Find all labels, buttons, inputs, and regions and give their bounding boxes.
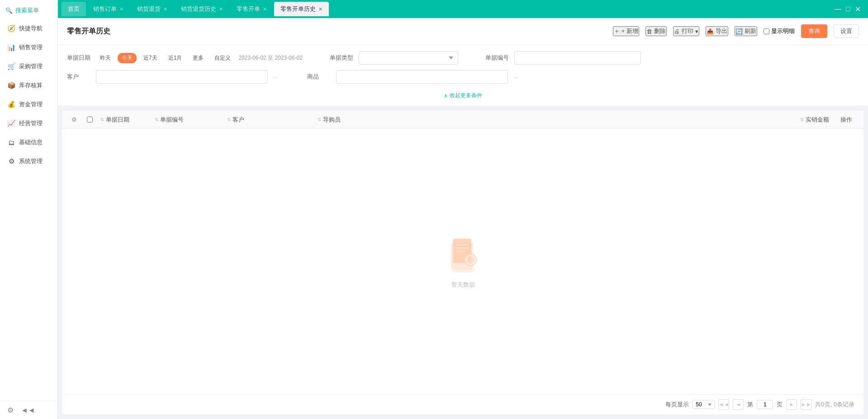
- settings-button[interactable]: 设置: [834, 24, 859, 38]
- sidebar-item-label: 系统管理: [19, 157, 43, 165]
- date-btn-custom[interactable]: 自定义: [210, 53, 235, 63]
- th-guide: ⇅ 导购员: [314, 116, 368, 124]
- select-all-checkbox[interactable]: [87, 117, 93, 122]
- tab-retail-history-close[interactable]: ✕: [318, 6, 323, 12]
- date-field: 单据日期 昨天 今天 近7天 近1月 更多 自定义 2023-06-02 至 2…: [67, 53, 303, 63]
- display-checkbox-input[interactable]: [764, 28, 769, 34]
- add-button[interactable]: ＋ + 新增: [613, 26, 639, 36]
- tab-sales-return[interactable]: 销货退货 ✕: [131, 2, 174, 16]
- page-text: 第: [747, 400, 753, 409]
- tab-sales-return-close[interactable]: ✕: [163, 6, 167, 12]
- tab-retail-history[interactable]: 零售开单历史 ✕: [274, 2, 329, 16]
- trending-icon: 📈: [7, 119, 15, 127]
- print-icon: 🖨: [674, 28, 680, 35]
- sort-icon-date[interactable]: ⇅: [100, 117, 104, 122]
- table-area: ⚙ ⇅ 单据日期 ⇅ 单据编号 ⇅ 客户 ⇅ 导购员: [62, 111, 863, 414]
- table-select-all[interactable]: [82, 117, 97, 122]
- money-icon: 💰: [7, 100, 15, 108]
- sidebar-item-base-info[interactable]: 🗂 基础信息: [0, 133, 57, 152]
- sidebar-nav: 🧭 快捷导航 📊 销售管理 🛒 采购管理 📦 库存核算 💰 资金管理 📈 经营管…: [0, 19, 57, 401]
- add-label: + 新增: [621, 27, 638, 35]
- search-icon: 🔍: [5, 7, 13, 14]
- per-page-label: 每页显示: [665, 400, 689, 409]
- sidebar-collapse-btn[interactable]: ◄◄: [21, 406, 35, 414]
- th-date: ⇅ 单据日期: [97, 116, 151, 124]
- sidebar-item-label: 资金管理: [19, 100, 43, 108]
- tab-sales-return-history-label: 销货退货历史: [181, 5, 216, 13]
- goods-dots[interactable]: ···: [512, 72, 520, 82]
- query-button[interactable]: 查询: [801, 24, 827, 38]
- sidebar-item-label: 销售管理: [19, 43, 43, 52]
- prev-page-btn[interactable]: ◄: [733, 399, 744, 410]
- sidebar-item-sales-mgmt[interactable]: 📊 销售管理: [0, 38, 57, 57]
- refresh-button[interactable]: 🔄 刷新: [735, 26, 757, 36]
- tab-retail-open[interactable]: 零售开单 ✕: [230, 2, 273, 16]
- number-field: 单据编号: [485, 51, 641, 65]
- chart-icon: 📊: [7, 43, 15, 52]
- print-label: 打印: [682, 27, 693, 35]
- delete-button[interactable]: 🗑 删除: [645, 26, 667, 36]
- sidebar-item-operations[interactable]: 📈 经营管理: [0, 114, 57, 133]
- folder-icon: 🗂: [7, 139, 15, 146]
- th-number-label: 单据编号: [160, 116, 184, 124]
- tab-retail-open-label: 零售开单: [237, 5, 260, 13]
- date-btn-more[interactable]: 更多: [189, 53, 208, 63]
- customer-input[interactable]: [96, 70, 268, 84]
- export-icon: 📤: [707, 28, 714, 35]
- collapse-row[interactable]: ∧ 收起更多条件: [67, 89, 859, 99]
- sort-icon-amount[interactable]: ⇅: [800, 117, 804, 122]
- per-page-select[interactable]: 50 10 20 100: [693, 400, 715, 409]
- page-input[interactable]: [757, 400, 773, 409]
- type-field: 单据类型: [330, 51, 458, 65]
- sidebar-item-inventory[interactable]: 📦 库存核算: [0, 76, 57, 95]
- window-controls: — □ ✕: [834, 5, 864, 14]
- th-amount: ⇅ 实销金额: [778, 116, 833, 124]
- sort-icon-customer[interactable]: ⇅: [227, 117, 231, 122]
- next-page-btn[interactable]: ►: [786, 399, 797, 410]
- last-page-btn[interactable]: ►►: [801, 399, 811, 410]
- tab-retail-open-close[interactable]: ✕: [263, 6, 267, 12]
- sidebar-settings-btn[interactable]: ⚙: [7, 406, 14, 414]
- print-button[interactable]: 🖨 打印 ▾: [673, 26, 699, 36]
- date-btn-yesterday[interactable]: 昨天: [96, 53, 115, 63]
- tab-sales-return-label: 销货退货: [137, 5, 161, 13]
- sidebar-item-label: 经营管理: [19, 119, 43, 127]
- sidebar-item-system-mgmt[interactable]: ⚙ 系统管理: [0, 152, 57, 171]
- goods-input[interactable]: [336, 70, 508, 84]
- close-btn[interactable]: ✕: [855, 5, 861, 14]
- tab-home[interactable]: 首页: [62, 2, 86, 16]
- sort-icon-number[interactable]: ⇅: [155, 117, 158, 122]
- number-input[interactable]: [514, 51, 641, 65]
- maximize-btn[interactable]: □: [846, 5, 850, 13]
- th-action: 操作: [833, 116, 860, 124]
- date-btn-7days[interactable]: 近7天: [139, 53, 161, 63]
- print-arrow-icon: ▾: [695, 28, 698, 35]
- export-button[interactable]: 📤 导出: [706, 26, 728, 36]
- sidebar-item-finance[interactable]: 💰 资金管理: [0, 95, 57, 114]
- refresh-icon: 🔄: [735, 28, 743, 35]
- delete-label: 删除: [654, 27, 666, 35]
- type-select[interactable]: [359, 51, 458, 65]
- type-label: 单据类型: [330, 54, 355, 62]
- tab-sales-order-close[interactable]: ✕: [119, 6, 123, 12]
- customer-dots[interactable]: ···: [271, 72, 280, 82]
- sidebar-item-purchase-mgmt[interactable]: 🛒 采购管理: [0, 57, 57, 76]
- minimize-btn[interactable]: —: [834, 5, 841, 13]
- tab-sales-order[interactable]: 销售订单 ✕: [87, 2, 130, 16]
- sort-icon-guide[interactable]: ⇅: [318, 117, 321, 122]
- sidebar-item-label: 采购管理: [19, 62, 43, 71]
- date-btn-today[interactable]: 今天: [118, 53, 137, 63]
- sidebar-item-label: 快捷导航: [19, 24, 43, 33]
- tab-sales-return-history[interactable]: 销货退货历史 ✕: [175, 2, 229, 16]
- sidebar-search[interactable]: 🔍 搜索菜单: [0, 0, 57, 19]
- th-date-label: 单据日期: [106, 116, 129, 124]
- tab-sales-return-history-close[interactable]: ✕: [219, 6, 223, 12]
- svg-line-8: [475, 264, 479, 268]
- display-detail-checkbox[interactable]: 显示明细: [764, 27, 795, 35]
- table-settings-icon[interactable]: ⚙: [66, 116, 82, 123]
- display-label: 显示明细: [771, 27, 795, 35]
- sidebar-item-label: 库存核算: [19, 81, 43, 89]
- date-btn-1month[interactable]: 近1月: [164, 53, 186, 63]
- first-page-btn[interactable]: ◄◄: [718, 399, 729, 410]
- sidebar-item-quick-nav[interactable]: 🧭 快捷导航: [0, 19, 57, 38]
